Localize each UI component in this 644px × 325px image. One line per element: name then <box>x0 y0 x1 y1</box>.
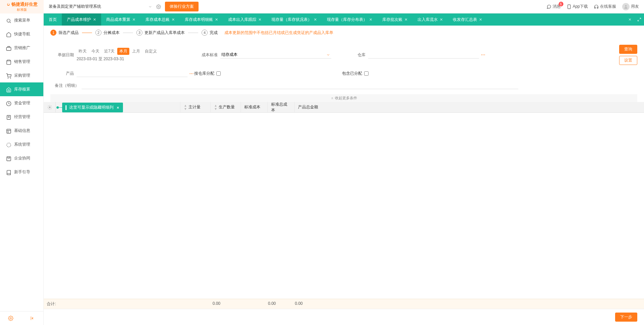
tab-label: 产品成本维护 <box>67 17 91 23</box>
date-tab[interactable]: 本月 <box>117 48 129 55</box>
tab-label: 首页 <box>49 17 57 23</box>
tooltip-close-button[interactable] <box>116 106 120 109</box>
include-allocated-checkbox[interactable] <box>364 71 369 76</box>
sidebar-item-label: 采购管理 <box>14 73 30 78</box>
messages-badge: 6 <box>559 2 563 6</box>
tab-close-button[interactable]: ✕ <box>172 17 175 22</box>
sidebar-item[interactable]: 资金管理 <box>0 96 43 110</box>
tab[interactable]: 现存量（库存状况表）✕ <box>266 13 322 26</box>
column-settings-button[interactable] <box>44 102 56 112</box>
query-button[interactable]: 查询 <box>619 45 637 54</box>
tab[interactable]: 库存成本总账✕ <box>140 13 180 26</box>
filter-panel: 单据日期 昨天今天近7天本月上月自定义 2023-03-01 至 2023-03… <box>44 40 644 102</box>
tab[interactable]: 成本出入库跟踪✕ <box>223 13 266 26</box>
svg-point-19 <box>10 318 11 319</box>
tab-label: 库存成本总账 <box>145 17 170 23</box>
sidebar-item[interactable]: 新手引导 <box>0 165 43 179</box>
sidebar: 搜索菜单快捷导航营销推广销售管理采购管理库存核算资金管理经营管理基础信息系统管理… <box>0 13 44 325</box>
table-footer: 合计: 0.00 0.00 0.00 <box>44 299 644 309</box>
table-column-header[interactable]: ▲▼生产数量 <box>210 102 241 112</box>
date-tab[interactable]: 上月 <box>130 48 142 55</box>
settings-button[interactable]: 设置 <box>619 56 637 65</box>
tab[interactable]: 库存成本明细账✕ <box>180 13 223 26</box>
svg-rect-20 <box>31 317 31 320</box>
collapse-conditions-button[interactable]: 收起更多条件 <box>50 94 637 102</box>
column-label: 产品总金额 <box>298 104 318 110</box>
table-column-header[interactable]: 标准成本 <box>241 102 267 112</box>
step: 4完成 <box>202 30 218 36</box>
system-settings-button[interactable] <box>156 4 161 9</box>
user-menu[interactable]: 用友 <box>622 3 639 10</box>
table-column-header[interactable]: ▲▼主计量 <box>180 102 210 112</box>
sidebar-item[interactable]: 库存核算 <box>0 82 43 96</box>
online-service-button[interactable]: 在线客服 <box>594 4 616 9</box>
sidebar-item[interactable]: 企业协同 <box>0 151 43 165</box>
date-tab[interactable]: 自定义 <box>143 48 159 55</box>
tab[interactable]: 首页 <box>44 13 62 26</box>
step-number: 4 <box>202 30 208 36</box>
next-step-button[interactable]: 下一步 <box>615 313 637 322</box>
sidebar-item-icon <box>6 142 11 147</box>
sidebar-item-label: 基础信息 <box>14 128 30 134</box>
tab-close-button[interactable]: ✕ <box>93 17 96 22</box>
table-body <box>44 113 644 299</box>
tab-close-button[interactable]: ✕ <box>404 17 407 22</box>
chevron-up-double-icon <box>331 97 334 100</box>
date-tab[interactable]: 近7天 <box>102 48 117 55</box>
system-selector[interactable]: 装备及固定资产辅助管理系统 <box>49 0 152 13</box>
sidebar-item[interactable]: 经营管理 <box>0 110 43 124</box>
svg-point-25 <box>49 107 50 108</box>
tab-close-button[interactable]: ✕ <box>369 17 372 22</box>
tab[interactable]: 产品成本维护✕ <box>62 13 101 26</box>
sidebar-collapse-button[interactable] <box>30 316 35 321</box>
product-more-button[interactable]: ··· <box>189 71 194 76</box>
remark-label: 备注（明细） <box>50 83 79 88</box>
table-column-header[interactable]: 标准总成本 <box>267 102 294 112</box>
cost-standard-select[interactable] <box>220 51 331 59</box>
sidebar-item[interactable]: 基础信息 <box>0 124 43 138</box>
sidebar-item[interactable]: 快捷导航 <box>0 27 43 41</box>
header-right: 消息 6 App下载 在线客服 用友 <box>547 3 644 10</box>
tab-close-button[interactable]: ✕ <box>258 17 261 22</box>
svg-rect-6 <box>6 47 11 50</box>
tab-close-button[interactable]: ✕ <box>132 17 135 22</box>
sidebar-item-label: 销售管理 <box>14 59 30 65</box>
sidebar-item[interactable]: 搜索菜单 <box>0 13 43 27</box>
tab-close-button[interactable]: ✕ <box>215 17 218 22</box>
tab[interactable]: 商品成本重算✕ <box>101 13 140 26</box>
tab-label: 现存量（库存分布表） <box>327 17 367 23</box>
svg-point-0 <box>158 6 159 7</box>
messages-button[interactable]: 消息 6 <box>547 4 561 9</box>
fullscreen-button[interactable] <box>635 13 644 26</box>
top-header: 畅捷通好生意 标准版 装备及固定资产辅助管理系统 体验行业方案 消息 6 App… <box>0 0 644 13</box>
tab[interactable]: 现存量（库存分布表）✕ <box>322 13 377 26</box>
product-input[interactable] <box>77 70 187 77</box>
sidebar-item[interactable]: 采购管理 <box>0 69 43 82</box>
date-tab[interactable]: 昨天 <box>77 48 89 55</box>
table-column-header[interactable]: 产品总金额 <box>294 102 348 112</box>
sidebar-item-label: 新手引导 <box>14 169 30 175</box>
step: 3更新产成品入库单成本 <box>136 30 185 36</box>
sidebar-item-icon <box>6 46 11 50</box>
tab[interactable]: 出入库流水✕ <box>413 13 448 26</box>
close-all-tabs-button[interactable] <box>625 13 635 26</box>
sidebar-item[interactable]: 销售管理 <box>0 55 43 69</box>
by-warehouse-checkbox[interactable] <box>216 71 221 76</box>
sidebar-item[interactable]: 营销推广 <box>0 41 43 55</box>
sidebar-item-label: 营销推广 <box>14 45 30 51</box>
remark-input[interactable] <box>82 82 518 89</box>
tab-close-button[interactable]: ✕ <box>314 17 317 22</box>
app-download-button[interactable]: App下载 <box>567 4 588 9</box>
sidebar-settings-button[interactable] <box>8 316 13 321</box>
tab-close-button[interactable]: ✕ <box>479 17 482 22</box>
svg-rect-18 <box>7 157 11 161</box>
experience-industry-button[interactable]: 体验行业方案 <box>165 2 199 11</box>
date-tab[interactable]: 今天 <box>89 48 101 55</box>
warehouse-more-button[interactable]: ··· <box>481 52 485 57</box>
warehouse-input[interactable] <box>368 51 479 59</box>
tab[interactable]: 库存批次账✕ <box>377 13 413 26</box>
tab[interactable]: 收发存汇总表✕ <box>448 13 487 26</box>
tab-close-button[interactable]: ✕ <box>440 17 443 22</box>
svg-line-5 <box>10 22 11 23</box>
sidebar-item[interactable]: 系统管理 <box>0 138 43 151</box>
